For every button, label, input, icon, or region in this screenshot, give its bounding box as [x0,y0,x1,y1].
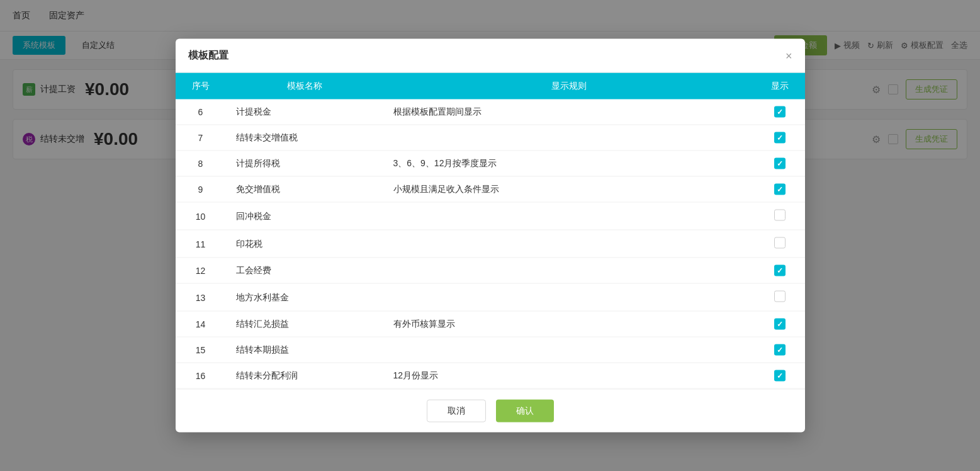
checkbox-checked[interactable] [774,158,786,169]
cell-rule [383,230,755,258]
table-row: 14结转汇兑损益有外币核算显示 [176,311,805,337]
table-row: 11印花税 [176,230,805,258]
cell-rule: 12月份显示 [383,363,755,389]
cell-checkbox [755,99,805,125]
table-row: 10回冲税金 [176,202,805,230]
cell-id: 8 [176,150,226,176]
template-config-modal: 模板配置 × 序号 模板名称 显示规则 显示 6计提税金根据模板配置期间显示7结… [176,39,805,433]
cell-id: 9 [176,176,226,202]
cell-name: 结转本期损益 [226,337,383,363]
cell-checkbox [755,283,805,311]
checkbox-unchecked[interactable] [774,291,786,302]
cell-name: 免交增值税 [226,176,383,202]
cell-name: 计提所得税 [226,150,383,176]
table-row: 16结转未分配利润12月份显示 [176,363,805,389]
checkbox-unchecked[interactable] [774,237,786,249]
cell-name: 结转未分配利润 [226,363,383,389]
col-header-name: 模板名称 [226,73,383,99]
checkbox-checked[interactable] [774,132,786,144]
cell-name: 结转未交增值税 [226,125,383,150]
modal-body: 序号 模板名称 显示规则 显示 6计提税金根据模板配置期间显示7结转未交增值税8… [176,73,805,389]
cell-rule [383,125,755,150]
col-header-id: 序号 [176,73,226,99]
modal-header: 模板配置 × [176,39,805,73]
cell-checkbox [755,125,805,150]
cell-id: 10 [176,202,226,230]
cell-rule: 小规模且满足收入条件显示 [383,176,755,202]
cell-name: 计提税金 [226,99,383,125]
checkbox-checked[interactable] [774,344,786,356]
cell-id: 14 [176,311,226,337]
cell-checkbox [755,337,805,363]
table-row: 15结转本期损益 [176,337,805,363]
table-header-row: 序号 模板名称 显示规则 显示 [176,73,805,99]
cell-rule [383,202,755,230]
checkbox-checked[interactable] [774,319,786,330]
cell-rule [383,258,755,283]
cell-id: 7 [176,125,226,150]
table-row: 8计提所得税3、6、9、12月按季度显示 [176,150,805,176]
cell-id: 6 [176,99,226,125]
cell-id: 16 [176,363,226,389]
table-row: 12工会经费 [176,258,805,283]
cell-name: 工会经费 [226,258,383,283]
checkbox-unchecked[interactable] [774,210,786,221]
checkbox-checked[interactable] [774,184,786,195]
cell-id: 15 [176,337,226,363]
checkbox-checked[interactable] [774,370,786,382]
config-table: 序号 模板名称 显示规则 显示 6计提税金根据模板配置期间显示7结转未交增值税8… [176,73,805,389]
cell-checkbox [755,230,805,258]
cell-id: 13 [176,283,226,311]
checkbox-checked[interactable] [774,265,786,276]
cell-checkbox [755,176,805,202]
cell-rule: 根据模板配置期间显示 [383,99,755,125]
cell-checkbox [755,363,805,389]
table-row: 7结转未交增值税 [176,125,805,150]
col-header-rule: 显示规则 [383,73,755,99]
cell-rule: 有外币核算显示 [383,311,755,337]
cell-name: 结转汇兑损益 [226,311,383,337]
cell-name: 地方水利基金 [226,283,383,311]
cell-name: 回冲税金 [226,202,383,230]
cell-checkbox [755,202,805,230]
cell-checkbox [755,150,805,176]
checkbox-checked[interactable] [774,106,786,118]
modal-title: 模板配置 [188,49,228,62]
table-body: 6计提税金根据模板配置期间显示7结转未交增值税8计提所得税3、6、9、12月按季… [176,99,805,389]
col-header-show: 显示 [755,73,805,99]
cell-checkbox [755,311,805,337]
cell-rule [383,283,755,311]
modal-footer: 取消 确认 [176,389,805,433]
confirm-button[interactable]: 确认 [496,400,554,423]
cell-id: 12 [176,258,226,283]
modal-close-button[interactable]: × [786,50,792,61]
cell-id: 11 [176,230,226,258]
cell-rule: 3、6、9、12月按季度显示 [383,150,755,176]
cell-name: 印花税 [226,230,383,258]
table-row: 6计提税金根据模板配置期间显示 [176,99,805,125]
cancel-button[interactable]: 取消 [427,400,486,423]
cell-rule [383,337,755,363]
table-row: 9免交增值税小规模且满足收入条件显示 [176,176,805,202]
table-row: 13地方水利基金 [176,283,805,311]
cell-checkbox [755,258,805,283]
